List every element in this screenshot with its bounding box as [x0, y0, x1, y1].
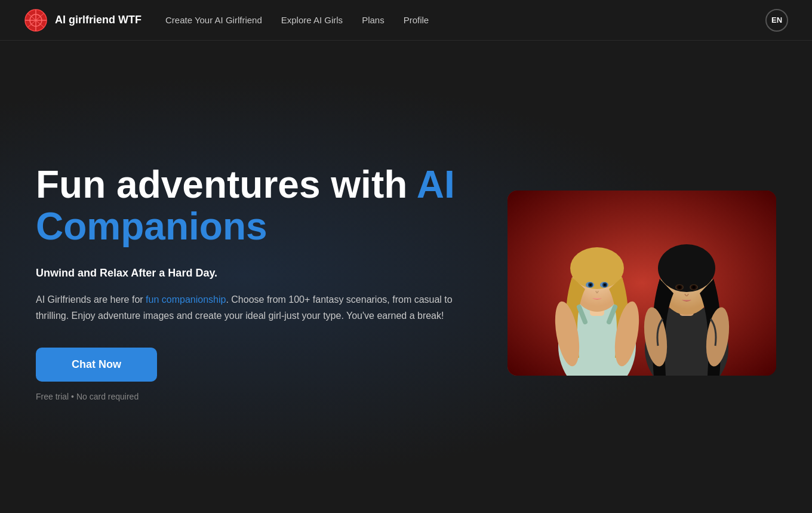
nav-links: Create Your AI Girlfriend Explore AI Gir…: [165, 15, 765, 25]
hero-desc-part1: AI Girlfriends are here for: [36, 294, 146, 305]
free-trial-text: Free trial • No card required: [36, 392, 139, 401]
svg-point-27: [678, 285, 681, 288]
svg-point-22: [658, 244, 715, 292]
svg-rect-6: [508, 191, 776, 376]
svg-point-15: [589, 284, 592, 286]
brand-logo-icon: [24, 8, 48, 32]
language-button[interactable]: EN: [765, 9, 788, 32]
nav-explore[interactable]: Explore AI Girls: [281, 15, 343, 25]
hero-description: AI Girlfriends are here for fun companio…: [36, 291, 478, 324]
svg-point-10: [570, 247, 624, 289]
hero-image: [508, 191, 776, 376]
chat-now-button[interactable]: Chat Now: [36, 348, 157, 382]
hero-title: Fun adventures with AI Companions: [36, 164, 478, 248]
brand-link[interactable]: AI girlfriend WTF: [24, 8, 142, 32]
hero-title-part1: Fun adventures with: [36, 163, 417, 206]
svg-point-28: [693, 285, 696, 288]
navbar: AI girlfriend WTF Create Your AI Girlfri…: [0, 0, 812, 41]
hero-title-companions: Companions: [36, 205, 267, 248]
hero-content: Fun adventures with AI Companions Unwind…: [36, 164, 502, 402]
cta-container: Chat Now Free trial • No card required: [36, 348, 478, 402]
hero-illustration: [508, 191, 776, 376]
nav-create[interactable]: Create Your AI Girlfriend: [165, 15, 262, 25]
svg-point-16: [604, 284, 606, 286]
hero-subtitle: Unwind and Relax After a Hard Day.: [36, 267, 478, 279]
brand-name: AI girlfriend WTF: [55, 14, 142, 26]
hero-section: Fun adventures with AI Companions Unwind…: [0, 41, 812, 513]
hero-desc-highlight: fun companionship: [146, 294, 226, 305]
hero-image-bg: [508, 191, 776, 376]
hero-title-highlight: AI: [417, 163, 455, 206]
nav-profile[interactable]: Profile: [404, 15, 429, 25]
nav-plans[interactable]: Plans: [362, 15, 385, 25]
